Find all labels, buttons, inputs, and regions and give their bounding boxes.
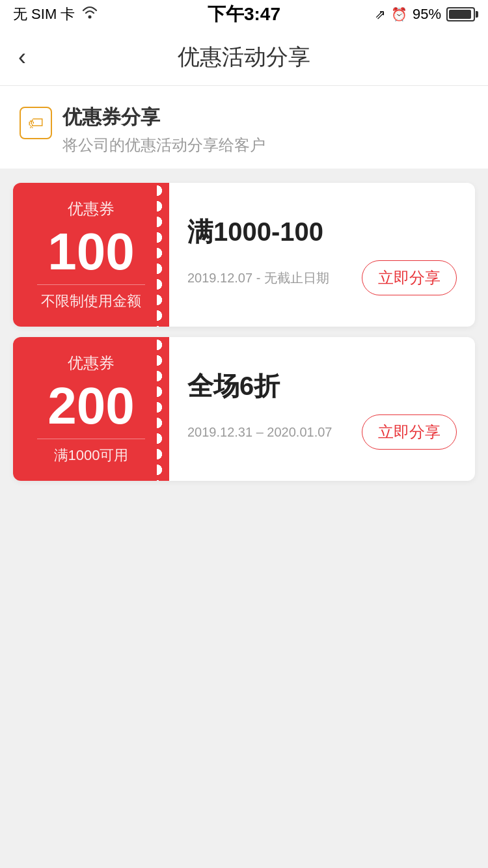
coupon-name-1: 满1000-100: [187, 214, 457, 250]
coupon-condition-1: 不限制使用金额: [41, 292, 141, 311]
coupon-meta-2: 2019.12.31 – 2020.01.07 立即分享: [187, 414, 457, 450]
coupon-left-2: 优惠券 200 满1000可用: [13, 337, 169, 481]
coupon-list: 优惠券 100 不限制使用金额 满1000-100 2019.12.07 - 无…: [0, 170, 488, 494]
status-time: 下午3:47: [208, 2, 280, 27]
coupon-card-1: 优惠券 100 不限制使用金额 满1000-100 2019.12.07 - 无…: [13, 183, 475, 327]
wifi-icon: [81, 6, 98, 23]
coupon-name-2: 全场6折: [187, 368, 457, 404]
section-subtitle: 将公司的优惠活动分享给客户: [62, 135, 265, 156]
battery-text: 95%: [413, 6, 441, 23]
coupon-divider-1: [37, 284, 145, 285]
carrier-text: 无 SIM 卡: [13, 5, 75, 24]
coupon-label-1: 优惠券: [68, 198, 115, 219]
empty-area: [0, 494, 488, 858]
coupon-value-2: 200: [47, 380, 134, 432]
coupon-date-1: 2019.12.07 - 无截止日期: [187, 269, 355, 287]
coupon-divider-2: [37, 439, 145, 439]
battery-icon: [446, 7, 475, 21]
status-bar: 无 SIM 卡 下午3:47 ⇗ ⏰ 95%: [0, 0, 488, 29]
section-title: 优惠券分享: [62, 104, 265, 131]
coupon-card-2: 优惠券 200 满1000可用 全场6折 2019.12.31 – 2020.0…: [13, 337, 475, 481]
svg-point-0: [88, 16, 92, 19]
coupon-meta-1: 2019.12.07 - 无截止日期 立即分享: [187, 260, 457, 295]
coupon-left-1: 优惠券 100 不限制使用金额: [13, 183, 169, 327]
section-icon: 🏷: [20, 107, 52, 139]
coupon-right-1: 满1000-100 2019.12.07 - 无截止日期 立即分享: [169, 183, 475, 327]
share-button-1[interactable]: 立即分享: [362, 260, 457, 295]
coupon-value-1: 100: [47, 226, 134, 278]
location-icon: ⇗: [375, 7, 386, 22]
section-header: 🏷 优惠券分享 将公司的优惠活动分享给客户: [0, 86, 488, 169]
status-right: ⇗ ⏰ 95%: [375, 6, 475, 23]
alarm-icon: ⏰: [391, 7, 407, 22]
coupon-label-2: 优惠券: [68, 353, 115, 373]
coupon-right-2: 全场6折 2019.12.31 – 2020.01.07 立即分享: [169, 337, 475, 481]
section-text-group: 优惠券分享 将公司的优惠活动分享给客户: [62, 104, 265, 156]
coupon-condition-2: 满1000可用: [54, 446, 129, 465]
page-title: 优惠活动分享: [178, 42, 310, 72]
nav-bar: ‹ 优惠活动分享: [0, 29, 488, 86]
status-left: 无 SIM 卡: [13, 5, 98, 24]
share-button-2[interactable]: 立即分享: [362, 414, 457, 450]
back-button[interactable]: ‹: [18, 44, 26, 71]
coupon-date-2: 2019.12.31 – 2020.01.07: [187, 425, 355, 440]
